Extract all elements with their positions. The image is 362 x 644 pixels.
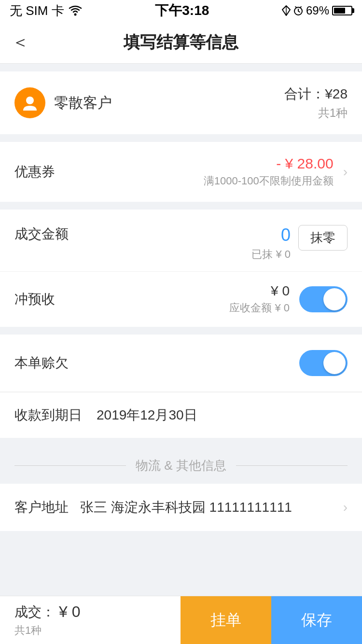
round-down-button[interactable]: 抹零 [298, 225, 348, 251]
due-date-label: 收款到期日 [14, 406, 82, 424]
coupon-right: - ¥ 28.00 满1000-100不限制使用金额 › [204, 155, 348, 188]
status-bar: 无 SIM 卡 下午3:18 69% [0, 0, 362, 21]
prepaid-sub: 应收金额 ¥ 0 [229, 301, 290, 315]
footer-info: 成交： ¥ 0 共1种 [0, 603, 181, 638]
prepaid-row: 冲预收 ¥ 0 应收金额 ¥ 0 [0, 272, 362, 327]
total-amount: 合计：¥28 [284, 85, 348, 103]
coupon-section: 优惠券 - ¥ 28.00 满1000-100不限制使用金额 › [0, 142, 362, 202]
debt-toggle[interactable] [299, 350, 348, 376]
debt-section: 本单赊欠 收款到期日 2019年12月30日 [0, 335, 362, 438]
battery-percent: 69% [306, 4, 329, 17]
save-button[interactable]: 保存 [271, 596, 362, 644]
due-date-value: 2019年12月30日 [97, 406, 197, 424]
prepaid-toggle[interactable] [299, 286, 348, 312]
svg-point-7 [26, 97, 34, 104]
customer-section: 零散客户 合计：¥28 共1种 [0, 71, 362, 134]
transaction-section: 成交金额 0 已抹 ¥ 0 抹零 冲预收 ¥ 0 应收金额 ¥ 0 [0, 210, 362, 327]
footer-deal-row: 成交： ¥ 0 [14, 603, 166, 621]
address-section: 客户地址 张三 海淀永丰科技园 11111111111 › [0, 484, 362, 531]
back-button[interactable]: ＜ [12, 30, 29, 54]
customer-info: 零散客户 [14, 87, 112, 118]
customer-row: 零散客户 合计：¥28 共1种 [0, 71, 362, 134]
page-title: 填写结算等信息 [124, 31, 238, 54]
due-date-row[interactable]: 收款到期日 2019年12月30日 [0, 392, 362, 438]
transaction-row: 成交金额 0 已抹 ¥ 0 抹零 [0, 210, 362, 272]
svg-line-5 [295, 7, 297, 8]
logistics-divider: 物流 & 其他信息 [0, 448, 362, 484]
footer-deal-value: ¥ 0 [59, 603, 80, 621]
coupon-subtext: 满1000-100不限制使用金额 [204, 174, 334, 188]
svg-point-0 [74, 14, 76, 16]
sim-text: 无 SIM 卡 [10, 2, 64, 19]
footer-deal-label: 成交： [14, 603, 55, 621]
prepaid-value: ¥ 0 [271, 283, 290, 299]
coupon-value: - ¥ 28.00 [276, 155, 333, 172]
prepaid-label: 冲预收 [14, 290, 55, 308]
svg-line-4 [298, 11, 300, 12]
footer-item-count: 共1种 [14, 623, 166, 638]
footer: 成交： ¥ 0 共1种 挂单 保存 [0, 596, 362, 644]
item-count: 共1种 [284, 105, 348, 121]
logistics-label: 物流 & 其他信息 [136, 457, 226, 474]
transaction-sub: 已抹 ¥ 0 [251, 247, 291, 262]
debt-row: 本单赊欠 [0, 335, 362, 392]
hold-order-button[interactable]: 挂单 [181, 596, 271, 644]
transaction-label: 成交金额 [14, 225, 69, 243]
address-row[interactable]: 客户地址 张三 海淀永丰科技园 11111111111 › [0, 484, 362, 531]
avatar [14, 87, 45, 118]
address-label: 客户地址 [14, 498, 69, 517]
customer-name: 零散客户 [54, 93, 112, 113]
location-icon [282, 5, 291, 16]
nav-bar: ＜ 填写结算等信息 [0, 21, 362, 64]
address-value: 张三 海淀永丰科技园 11111111111 [80, 498, 332, 517]
transaction-value[interactable]: 0 [281, 225, 291, 245]
wifi-icon [68, 5, 83, 16]
coupon-label: 优惠券 [14, 163, 55, 181]
svg-line-6 [300, 7, 301, 8]
address-chevron: › [343, 500, 348, 515]
customer-summary: 合计：¥28 共1种 [284, 85, 348, 121]
battery-icon [332, 6, 352, 15]
coupon-chevron: › [343, 164, 348, 180]
status-time: 下午3:18 [155, 1, 209, 20]
coupon-row[interactable]: 优惠券 - ¥ 28.00 满1000-100不限制使用金额 › [0, 142, 362, 202]
status-left: 无 SIM 卡 [10, 2, 83, 19]
debt-label: 本单赊欠 [14, 354, 69, 372]
status-right: 69% [282, 4, 352, 17]
alarm-icon [293, 5, 303, 16]
